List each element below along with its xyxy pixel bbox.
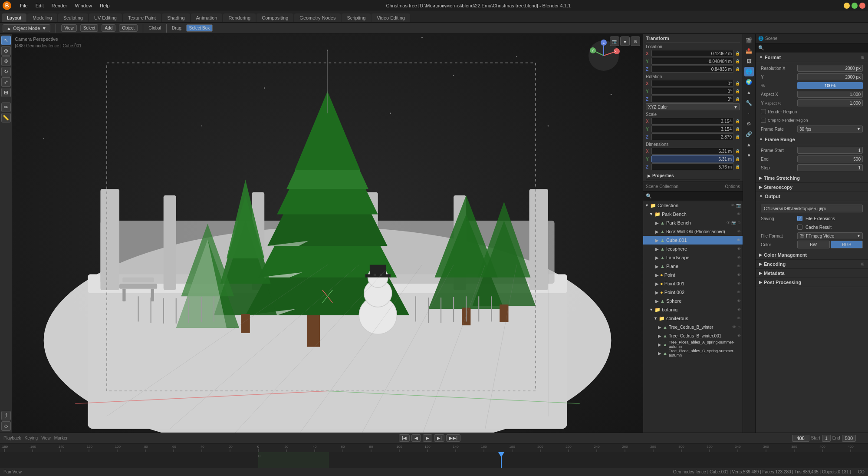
world-props-icon[interactable]: 🌍 (744, 77, 754, 87)
rot-z-value[interactable]: 0° (651, 96, 734, 102)
extrude-btn[interactable]: ⤴ (1, 411, 11, 420)
view-layer-icon[interactable]: 🖼 (744, 56, 754, 66)
menu-render[interactable]: Render (48, 2, 71, 9)
physics-icon[interactable]: ⚙ (744, 119, 754, 129)
outliner-item-brick-wall[interactable]: ▶ ▲ Brick Wall Old (Photoscanned) 👁 (643, 227, 743, 236)
transform-tool-btn[interactable]: ⊞ (1, 88, 11, 97)
render-region-checkbox[interactable] (761, 109, 766, 114)
modifier-props-icon[interactable]: 🔧 (744, 98, 754, 108)
outliner-item-collection[interactable]: ▼ 📁 Collection 👁 📷 (643, 201, 743, 210)
scale-x-value[interactable]: 3.154 (651, 118, 734, 125)
select-tool-btn[interactable]: ↖ (1, 36, 11, 45)
format-section-header[interactable]: ▼ Format ⊞ (756, 53, 868, 62)
outliner-item-tree-cedrus-b-winter[interactable]: ▶ ▲ Tree_Cedrus_B_winter 👁 ⊙ (643, 323, 743, 331)
outliner-item-tree-picea-a[interactable]: ▶ ▲ Tree_Picea_ables_A_spring-summer-aut… (643, 340, 743, 349)
material-icon[interactable]: ● (744, 150, 754, 160)
outliner-item-sphere[interactable]: ▶ ▲ Sphere 👁 (643, 297, 743, 305)
outliner-item-point002[interactable]: ▶ ● Point.002 👁 (643, 288, 743, 297)
aspect-x-value[interactable]: 1.000 (797, 91, 863, 98)
scale-y-value[interactable]: 3.154 (651, 126, 734, 132)
aspect-y-value[interactable]: 1.000 (797, 99, 863, 106)
next-frame-btn[interactable]: ▶| (434, 434, 445, 442)
outliner-item-cube001[interactable]: ▶ ▲ Cube.001 👁 (643, 236, 743, 245)
output-path[interactable]: C:\Users\ЛЭК\Desktop\рен-цвр\ (761, 205, 863, 212)
playback-label[interactable]: Playback (3, 436, 21, 440)
select-btn[interactable]: Select (80, 24, 99, 32)
view-label[interactable]: View (41, 436, 51, 440)
dim-x-value[interactable]: 6.31 m (651, 148, 734, 155)
end-frame-display[interactable]: 500 (842, 435, 856, 442)
tab-rendering[interactable]: Rendering (223, 13, 256, 22)
frame-start-value[interactable]: 1 (797, 147, 863, 154)
outliner-item-plane[interactable]: ▶ ▲ Plane 👁 (643, 262, 743, 271)
file-format-value[interactable]: 🎬 FFmpeg Video ▼ (797, 232, 863, 239)
tab-geometry-nodes[interactable]: Geometry Nodes (294, 13, 341, 22)
prev-frame-btn[interactable]: ◀ (411, 434, 421, 442)
viewport[interactable]: Camera Perspective {488} Geo nodes fence… (12, 34, 643, 433)
scale-tool-btn[interactable]: ⤢ (1, 77, 11, 87)
color-mgmt-header[interactable]: ▶ Color Management (756, 251, 868, 260)
menu-file[interactable]: File (16, 2, 31, 9)
current-frame-display[interactable]: 488 (792, 435, 809, 442)
tab-modeling[interactable]: Modeling (27, 13, 57, 22)
properties-search[interactable]: 🔍 (756, 43, 868, 53)
outliner-item-icosphere[interactable]: ▶ ▲ Icosphere 👁 (643, 245, 743, 253)
tab-video-editing[interactable]: Video Editing (372, 13, 410, 22)
rot-mode-dropdown[interactable]: XYZ Euler ▼ (646, 103, 740, 110)
crop-checkbox[interactable] (761, 118, 766, 123)
stereoscopy-header[interactable]: ▶ Stereoscopy (756, 183, 868, 192)
res-x-value[interactable]: 2000 px (797, 65, 863, 72)
rot-x-value[interactable]: 0° (651, 80, 734, 87)
outliner-item-landscape[interactable]: ▶ ▲ Landscape 👁 (643, 253, 743, 262)
window-controls[interactable] (844, 3, 865, 9)
menu-help[interactable]: Help (96, 2, 113, 9)
properties-section[interactable]: ▶ Properties (646, 172, 740, 180)
close-button[interactable] (859, 3, 865, 9)
minimize-button[interactable] (844, 3, 850, 9)
viewport-overlay-btn[interactable]: ⊙ (631, 36, 640, 46)
frame-step-value[interactable]: 1 (797, 164, 863, 171)
move-tool-btn[interactable]: ✥ (1, 56, 11, 66)
rot-y-value[interactable]: 0° (651, 88, 734, 95)
constraint-icon[interactable]: 🔗 (744, 129, 754, 139)
add-primitive-btn[interactable]: ◇ (1, 421, 11, 431)
output-props-icon[interactable]: 📤 (744, 46, 754, 56)
add-btn[interactable]: Add (102, 24, 115, 32)
frame-rate-value[interactable]: 30 fps ▼ (797, 126, 863, 132)
tab-texture-paint[interactable]: Texture Paint (123, 13, 161, 22)
outliner-options[interactable]: Options (725, 184, 740, 189)
annotate-btn[interactable]: ✏ (1, 102, 11, 112)
outliner-search[interactable]: 🔍 (643, 192, 743, 201)
output-section-header[interactable]: ▼ Output (756, 192, 868, 201)
object-props-icon[interactable]: ▲ (744, 88, 754, 97)
metadata-header[interactable]: ▶ Metadata (756, 269, 868, 278)
encoding-header[interactable]: ▶ Encoding ⊞ (756, 260, 868, 269)
res-pct-value[interactable]: 100% (797, 82, 863, 89)
outliner-item-point[interactable]: ▶ ● Point 👁 (643, 271, 743, 279)
tab-sculpting[interactable]: Sculpting (58, 13, 88, 22)
res-y-value[interactable]: 2000 px (797, 73, 863, 80)
render-overlay-btn[interactable]: ● (620, 36, 630, 46)
tab-compositing[interactable]: Compositing (256, 13, 293, 22)
cursor-tool-btn[interactable]: ⊕ (1, 46, 11, 56)
tab-layout[interactable]: Layout (2, 13, 26, 22)
camera-view-btn[interactable]: 📷 (610, 36, 619, 46)
viewport-overlay-buttons[interactable]: 📷 ● ⊙ (610, 36, 640, 46)
loc-z-value[interactable]: 0.84836 m (651, 66, 734, 73)
outliner-item-park-bench-mesh[interactable]: ▶ ▲ Park Bench 👁 📷 ⊙ (643, 218, 743, 227)
loc-y-value[interactable]: -0.048484 m (651, 58, 734, 65)
tab-shading[interactable]: Shading (162, 13, 190, 22)
measure-btn[interactable]: 📏 (1, 113, 11, 122)
res-pct-bar[interactable]: 100% (797, 82, 863, 89)
jump-end-btn[interactable]: ▶▶| (446, 434, 460, 442)
rgb-btn[interactable]: RGB (831, 241, 863, 248)
menu-bar[interactable]: File Edit Render Window Help (16, 2, 113, 9)
scale-z-value[interactable]: 2.879 (651, 133, 734, 140)
keying-label[interactable]: Keying (25, 436, 38, 440)
menu-edit[interactable]: Edit (32, 2, 47, 9)
render-props-icon[interactable]: 🎬 (744, 36, 754, 45)
frame-end-value[interactable]: 500 (797, 155, 863, 162)
rotate-tool-btn[interactable]: ↻ (1, 67, 11, 76)
timeline-track[interactable]: 0 (0, 452, 868, 468)
outliner-item-tree-picea-c[interactable]: ▶ ▲ Tree_Picea_ables_C_spring-summer-aut… (643, 349, 743, 357)
